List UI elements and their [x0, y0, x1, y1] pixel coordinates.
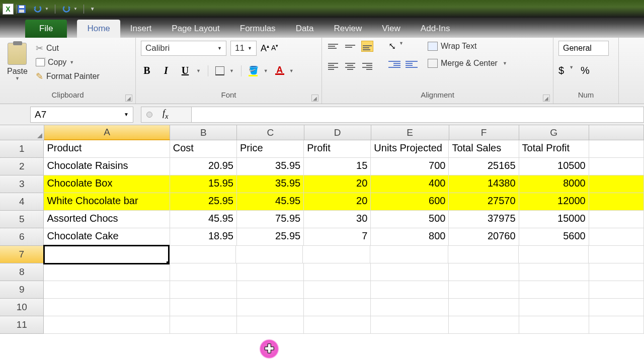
cell[interactable]: 37975 — [449, 211, 519, 228]
shrink-font-button[interactable]: A▾ — [271, 43, 278, 54]
select-all-corner[interactable] — [0, 125, 44, 140]
cell[interactable] — [170, 316, 237, 334]
cell[interactable]: 25.95 — [237, 228, 304, 246]
underline-button[interactable]: U — [179, 65, 191, 76]
cell[interactable] — [44, 299, 170, 316]
borders-button[interactable] — [215, 66, 224, 75]
cell[interactable] — [589, 211, 644, 228]
cell[interactable]: Price — [237, 140, 304, 158]
copy-button[interactable]: Copy▼ — [36, 58, 100, 67]
row-header-7[interactable]: 7 — [0, 246, 44, 263]
cell[interactable] — [170, 299, 237, 316]
cell[interactable]: Chocolate Cake — [44, 228, 170, 246]
cell[interactable]: Chocolate Raisins — [44, 158, 170, 175]
redo-icon[interactable]: ▼ — [61, 5, 77, 14]
cell[interactable] — [371, 316, 449, 334]
insert-function-button[interactable]: fx — [141, 107, 191, 123]
cell[interactable]: Total Profit — [519, 140, 589, 158]
tab-addins[interactable]: Add-Ins — [411, 20, 460, 38]
cell[interactable] — [237, 316, 304, 334]
row-header-11[interactable]: 11 — [0, 316, 44, 334]
italic-button[interactable]: I — [160, 65, 172, 76]
row-header-10[interactable]: 10 — [0, 299, 44, 316]
cell[interactable] — [589, 228, 644, 246]
tab-formulas[interactable]: Formulas — [230, 20, 286, 38]
cell[interactable]: 45.95 — [237, 193, 304, 211]
column-header-E[interactable]: E — [371, 125, 449, 140]
row-header-1[interactable]: 1 — [0, 140, 44, 158]
cut-button[interactable]: ✂Cut — [36, 43, 100, 54]
cell[interactable]: 35.95 — [237, 175, 304, 193]
font-dialog-launcher[interactable]: ◢ — [311, 95, 318, 102]
cell[interactable]: 10500 — [519, 158, 589, 175]
cell[interactable]: 600 — [371, 193, 449, 211]
cell[interactable]: 400 — [371, 175, 449, 193]
cell[interactable] — [237, 263, 304, 281]
cell[interactable] — [519, 246, 589, 263]
cell[interactable] — [44, 316, 170, 334]
currency-button[interactable]: $ — [558, 65, 564, 76]
cell[interactable] — [170, 281, 237, 299]
excel-app-icon[interactable]: X — [3, 4, 14, 15]
cell[interactable] — [589, 175, 644, 193]
cell[interactable] — [237, 281, 304, 299]
cell[interactable]: 15 — [304, 158, 371, 175]
column-header-G[interactable]: G — [519, 125, 589, 140]
cell[interactable]: 700 — [371, 158, 449, 175]
wrap-text-button[interactable]: Wrap Text — [428, 42, 507, 51]
cell[interactable] — [371, 281, 449, 299]
paste-button[interactable]: Paste ▼ — [5, 41, 30, 90]
cell[interactable] — [303, 246, 370, 263]
save-icon[interactable] — [17, 4, 27, 14]
align-top-button[interactable] — [327, 41, 339, 52]
clipboard-dialog-launcher[interactable]: ◢ — [125, 95, 132, 102]
row-header-8[interactable]: 8 — [0, 263, 44, 281]
cell[interactable] — [43, 245, 170, 264]
cell[interactable] — [371, 263, 449, 281]
align-right-button[interactable] — [361, 61, 373, 72]
qat-customize-icon[interactable]: ▼ — [90, 6, 95, 12]
row-header-5[interactable]: 5 — [0, 211, 44, 228]
cell[interactable]: 7 — [304, 228, 371, 246]
cell[interactable]: Product — [44, 140, 170, 158]
cell[interactable]: 8000 — [519, 175, 589, 193]
cell[interactable]: 20760 — [449, 228, 519, 246]
cell[interactable] — [449, 316, 519, 334]
tab-home[interactable]: Home — [77, 20, 120, 38]
row-header-4[interactable]: 4 — [0, 193, 44, 211]
row-header-6[interactable]: 6 — [0, 228, 44, 246]
cell[interactable] — [519, 263, 589, 281]
cell[interactable] — [44, 281, 170, 299]
cell[interactable] — [589, 140, 644, 158]
cell[interactable]: 35.95 — [237, 158, 304, 175]
tab-view[interactable]: View — [372, 20, 411, 38]
font-size-combo[interactable]: 11▼ — [230, 41, 257, 56]
cell[interactable] — [589, 158, 644, 175]
font-name-combo[interactable]: Calibri▼ — [141, 41, 226, 56]
column-header-B[interactable]: B — [170, 125, 237, 140]
cell[interactable]: 18.95 — [170, 228, 237, 246]
cell[interactable] — [589, 281, 644, 299]
cell[interactable] — [304, 299, 371, 316]
format-painter-button[interactable]: ✎Format Painter — [36, 71, 100, 82]
cell[interactable] — [236, 246, 303, 263]
cell[interactable] — [169, 246, 236, 263]
cell[interactable]: 800 — [371, 228, 449, 246]
tab-data[interactable]: Data — [286, 20, 324, 38]
align-bottom-button[interactable] — [361, 41, 373, 52]
cell[interactable]: 20 — [304, 193, 371, 211]
align-middle-button[interactable] — [344, 41, 356, 52]
tab-page-layout[interactable]: Page Layout — [162, 20, 229, 38]
tab-review[interactable]: Review — [324, 20, 372, 38]
undo-icon[interactable]: ▼ — [33, 5, 49, 14]
cell[interactable]: 27570 — [449, 193, 519, 211]
column-header-F[interactable]: F — [449, 125, 519, 140]
cell[interactable]: Assorted Chocs — [44, 211, 170, 228]
cell[interactable] — [589, 263, 644, 281]
align-center-button[interactable] — [344, 61, 356, 72]
bold-button[interactable]: B — [141, 65, 153, 76]
cell[interactable] — [519, 281, 589, 299]
name-box[interactable]: A7▼ — [30, 107, 133, 123]
row-header-2[interactable]: 2 — [0, 158, 44, 175]
cell[interactable]: Profit — [304, 140, 371, 158]
